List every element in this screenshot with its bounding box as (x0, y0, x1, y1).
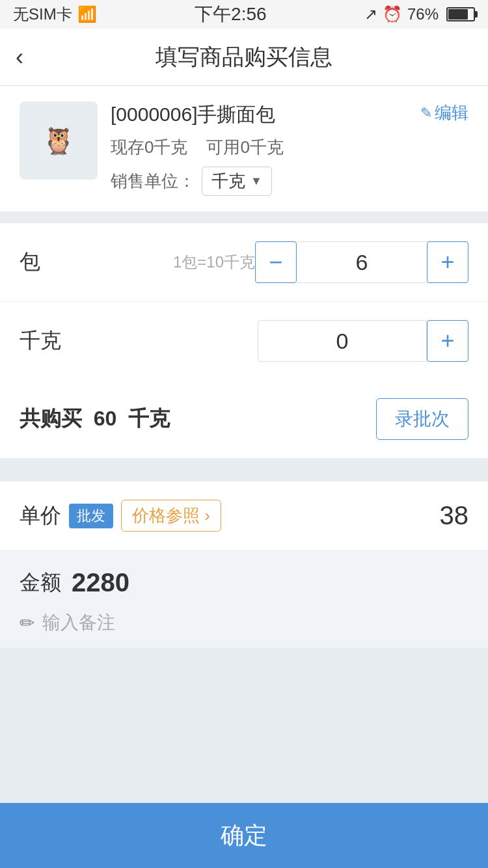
kg-quantity-control: + (258, 320, 468, 362)
note-row[interactable]: ✏ 输入备注 (20, 610, 468, 635)
status-bar: 无SIM卡 📶 下午2:56 ↗ ⏰ 76% (0, 0, 488, 29)
price-left: 单价 批发 价格参照 › (20, 500, 221, 532)
package-hint: 1包=10千克 (173, 252, 255, 273)
price-reference-button[interactable]: 价格参照 › (121, 500, 221, 532)
product-stock: 现存0千克 可用0千克 (111, 136, 468, 159)
battery-percent: 76% (407, 5, 439, 23)
carrier-text: 无SIM卡 (13, 4, 72, 25)
total-row: 共购买 60 千克 录批次 (0, 380, 488, 458)
total-quantity: 60 (94, 407, 117, 430)
amount-label: 金额 (20, 569, 61, 597)
edit-icon: ✎ (420, 105, 432, 122)
kg-quantity-input[interactable] (258, 320, 427, 362)
status-right: ↗ ⏰ 76% (364, 5, 475, 23)
amount-value: 2280 (72, 568, 129, 597)
product-card: 🦉 [0000006]手撕面包 现存0千克 可用0千克 销售单位： 千克 ✎ 编… (0, 86, 488, 211)
total-text: 共购买 60 千克 (20, 405, 170, 433)
record-batch-button[interactable]: 录批次 (376, 398, 468, 440)
kg-label: 千克 (20, 327, 258, 355)
available-text: 可用0千克 (206, 137, 283, 157)
unit-label: 销售单位： (111, 170, 195, 193)
battery-icon (446, 7, 475, 21)
package-minus-button[interactable]: − (255, 241, 297, 283)
price-section: 单价 批发 价格参照 › 38 (0, 481, 488, 550)
kg-row: 千克 + (0, 302, 488, 380)
edit-button[interactable]: ✎ 编辑 (420, 102, 468, 124)
product-name: [0000006]手撕面包 (111, 102, 468, 128)
status-time: 下午2:56 (195, 2, 267, 27)
back-button[interactable]: ‹ (16, 44, 23, 71)
stock-text: 现存0千克 (111, 137, 187, 157)
divider-1 (0, 211, 488, 223)
note-icon: ✏ (20, 612, 34, 634)
product-image: 🦉 (20, 102, 98, 180)
product-unit-row: 销售单位： 千克 (111, 167, 468, 196)
total-unit: 千克 (128, 407, 170, 430)
unit-selector[interactable]: 千克 (202, 167, 272, 196)
amount-section: 金额 2280 ✏ 输入备注 (0, 550, 488, 648)
amount-row: 金额 2280 (20, 568, 468, 597)
location-icon: ↗ (364, 5, 377, 23)
nav-bar: ‹ 填写商品购买信息 (0, 29, 488, 86)
divider-2 (0, 458, 488, 470)
package-row: 包 1包=10千克 − + (0, 223, 488, 302)
package-label: 包 (20, 248, 165, 277)
product-info: [0000006]手撕面包 现存0千克 可用0千克 销售单位： 千克 (111, 102, 468, 196)
kg-plus-button[interactable]: + (427, 320, 468, 362)
page-title: 填写商品购买信息 (156, 42, 332, 72)
wifi-icon: 📶 (77, 5, 97, 23)
price-row: 单价 批发 价格参照 › 38 (20, 500, 468, 532)
total-prefix: 共购买 (20, 407, 82, 430)
price-label: 单价 (20, 502, 61, 530)
package-quantity-input[interactable] (297, 241, 427, 283)
note-placeholder: 输入备注 (42, 610, 115, 635)
edit-label: 编辑 (435, 102, 468, 124)
input-section: 包 1包=10千克 − + 千克 + (0, 223, 488, 380)
product-logo-icon: 🦉 (42, 126, 75, 156)
status-left: 无SIM卡 📶 (13, 4, 97, 25)
package-quantity-control: − + (255, 241, 468, 283)
wholesale-tag: 批发 (69, 504, 113, 528)
package-plus-button[interactable]: + (427, 241, 468, 283)
price-value: 38 (440, 501, 469, 530)
confirm-button[interactable]: 确定 (0, 803, 488, 868)
alarm-icon: ⏰ (383, 5, 402, 23)
